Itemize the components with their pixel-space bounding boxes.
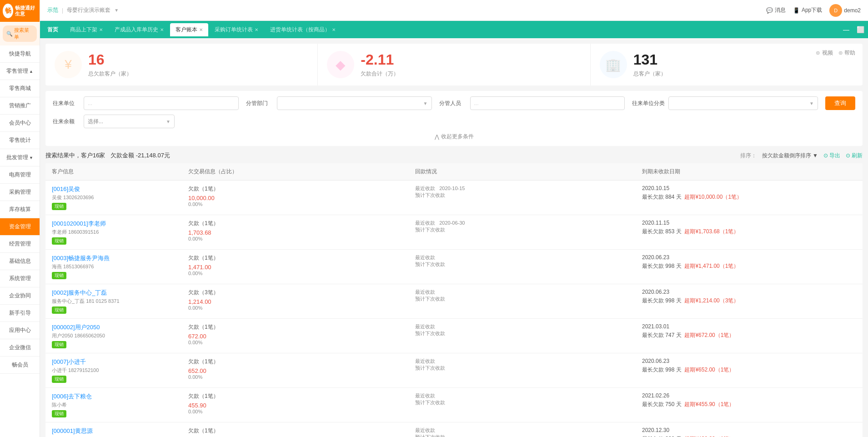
tab-production-history-close[interactable]: ✕ — [160, 27, 164, 32]
sidebar-item-inventory[interactable]: 库存核算 — [0, 201, 40, 218]
customer-name-1[interactable]: [0001020001]李老师 — [52, 220, 176, 228]
customer-name-3[interactable]: [0002]服务中心_丁磊 — [52, 289, 176, 297]
overdue-amount-2[interactable]: 超期¥1,471.00（1笔） — [684, 263, 739, 269]
stat-card-total-customers: 🏢 131 总客户（家） ⊙ 视频 ⊙ 帮助 — [591, 44, 863, 85]
filter-select-balance[interactable]: 选择... ▼ — [84, 115, 175, 128]
category-dropdown-icon: ▼ — [809, 101, 814, 106]
tab-minimize-btn[interactable]: — — [841, 25, 851, 34]
filter-input-supplier[interactable]: ... — [84, 96, 239, 110]
sidebar-item-member-center[interactable]: 会员中心 — [0, 115, 40, 132]
filter-label-person: 分管人员 — [439, 100, 467, 107]
tab-home[interactable]: 首页 — [42, 23, 64, 36]
customer-name-7[interactable]: [000001]黄思源 — [52, 427, 176, 435]
search-button[interactable]: 查询 — [825, 96, 855, 110]
export-btn[interactable]: ⊙ 导出 — [823, 152, 840, 160]
sidebar-item-marketing[interactable]: 营销推广 — [0, 97, 40, 115]
cell-customer-4: [000002]用户2050 用户2050 18665062050 现销 — [45, 319, 182, 353]
debt-amount-6: 455.90 — [188, 402, 402, 409]
sort-value[interactable]: 按欠款金额倒序排序 ▼ — [762, 152, 818, 160]
overdue-amount-4[interactable]: 超期¥672.00（1笔） — [684, 332, 734, 338]
overdue-amount-1[interactable]: 超期¥1,703.68（1笔） — [684, 228, 739, 235]
balance-dropdown-icon: ▼ — [166, 119, 171, 124]
sidebar-item-retail-stats[interactable]: 零售统计 — [0, 132, 40, 149]
tab-import-stats-close[interactable]: ✕ — [332, 27, 336, 32]
cell-customer-5: [0007]小进千 小进千 18279152100 现销 — [45, 353, 182, 387]
overdue-amount-6[interactable]: 超期¥455.90（1笔） — [684, 401, 734, 407]
tab-customer-account-close[interactable]: ✕ — [199, 27, 203, 32]
cell-debt-2: 欠款（1笔） 1,471.00 0.00% — [182, 250, 409, 284]
customer-contact-6: 陈小希 — [52, 402, 176, 408]
customer-name-6[interactable]: [0006]去下粮仓 — [52, 392, 176, 401]
mobile-icon: 📱 — [793, 7, 800, 14]
sidebar-item-member-plus[interactable]: 畅会员 — [0, 357, 40, 374]
cell-recovery-0: 最近收款 2020-10-15 预计下次收款 — [409, 181, 636, 215]
stat-number-debtors: 16 — [88, 51, 132, 68]
cell-due-5: 2020.06.23 最长欠款 998 天 超期¥652.00（1笔） — [636, 353, 863, 387]
tab-products-off[interactable]: 商品上下架 ✕ — [65, 23, 108, 36]
sidebar-item-finance[interactable]: 资金管理 — [0, 218, 40, 236]
cell-recovery-4: 最近收款 预计下次收款 — [409, 319, 636, 353]
search-label: 搜索菜单 — [14, 27, 33, 40]
last-payment-label-6: 最近收款 — [415, 392, 629, 399]
avatar: D — [829, 4, 842, 17]
customer-tag-2: 现销 — [52, 272, 66, 279]
cell-recovery-6: 最近收款 预计下次收款 — [409, 388, 636, 422]
customer-contact-0: 吴俊 13026203696 — [52, 194, 176, 201]
filter-area: 往来单位 ... 分管部门 ▼ 分管人员 ... — [45, 91, 863, 146]
overdue-amount-5[interactable]: 超期¥652.00（1笔） — [684, 367, 734, 373]
tab-purchase-stats[interactable]: 采购订单统计表 ✕ — [209, 23, 264, 36]
overdue-amount-0[interactable]: 超期¥10,000.00（1笔） — [684, 194, 742, 200]
tab-customer-account[interactable]: 客户账本 ✕ — [170, 23, 208, 36]
app-download-btn[interactable]: 📱 App下载 — [793, 6, 822, 14]
video-btn[interactable]: ⊙ 视频 — [816, 49, 833, 57]
sidebar-item-ecommerce[interactable]: 电商管理 — [0, 166, 40, 184]
refresh-btn[interactable]: ⊙ 刷新 — [846, 152, 863, 160]
overdue-amount-3[interactable]: 超期¥1,214.00（3笔） — [684, 297, 739, 304]
cell-debt-7: 欠款（1笔） 429.00 0.00% — [182, 422, 409, 437]
sidebar-item-retail-mgmt[interactable]: 零售管理 ▲ — [0, 63, 40, 80]
sidebar-item-purchase-mgmt[interactable]: 采购管理 — [0, 184, 40, 201]
sidebar-item-wechat[interactable]: 企业微信 — [0, 339, 40, 357]
sidebar-item-retail-store[interactable]: 零售商城 — [0, 80, 40, 97]
tab-products-off-close[interactable]: ✕ — [99, 27, 103, 32]
search-icon: 🔍 — [6, 31, 13, 37]
help-btn[interactable]: ⊙ 帮助 — [838, 49, 855, 57]
overdue-days-3: 最长欠款 998 天 超期¥1,214.00（3笔） — [642, 297, 856, 305]
message-btn[interactable]: 💬 消息 — [766, 6, 786, 14]
dropdown-arrow[interactable]: ▼ — [114, 8, 119, 13]
tab-maximize-btn[interactable]: ⬜ — [855, 25, 866, 34]
sidebar-item-guide[interactable]: 新手引导 — [0, 305, 40, 322]
tab-production-history[interactable]: 产成品入库单历史 ✕ — [109, 23, 169, 36]
tab-import-stats[interactable]: 进货单统计表（按商品） ✕ — [265, 23, 341, 36]
filter-select-dept[interactable]: ▼ — [277, 96, 432, 110]
overdue-days-4: 最长欠款 747 天 超期¥672.00（1笔） — [642, 332, 856, 339]
next-payment-label-6: 预计下次收款 — [415, 399, 629, 406]
cell-customer-1: [0001020001]李老师 李老师 18600391516 现销 — [45, 215, 182, 249]
sidebar-item-app-center[interactable]: 应用中心 — [0, 322, 40, 339]
collapse-icon: ⋀ — [435, 134, 439, 140]
sidebar-item-operations[interactable]: 经营管理 — [0, 236, 40, 253]
sidebar-item-system[interactable]: 系统管理 — [0, 270, 40, 287]
customer-name-4[interactable]: [000002]用户2050 — [52, 323, 176, 332]
collapse-label: 收起更多条件 — [441, 133, 474, 141]
filter-input-person[interactable]: ... — [470, 96, 625, 110]
customer-name-2[interactable]: [0003]畅捷服务尹海燕 — [52, 254, 176, 262]
sidebar-item-basic-info[interactable]: 基础信息 — [0, 253, 40, 270]
filter-select-category[interactable]: ▼ — [668, 96, 818, 110]
dept-dropdown-icon: ▼ — [423, 101, 428, 106]
user-avatar-btn[interactable]: D demo2 — [829, 4, 861, 17]
customer-name-0[interactable]: [0016]吴俊 — [52, 185, 176, 193]
sidebar-item-enterprise[interactable]: 企业协同 — [0, 287, 40, 305]
sidebar-item-batch-mgmt[interactable]: 批发管理 ▼ — [0, 149, 40, 166]
filter-label-category: 往来单位分类 — [632, 100, 665, 107]
tab-purchase-stats-close[interactable]: ✕ — [255, 27, 258, 32]
stat-icon-total-customers: 🏢 — [600, 51, 627, 78]
collapse-btn[interactable]: ⋀ 收起更多条件 — [435, 133, 474, 141]
cell-debt-1: 欠款（1笔） 1,703.68 0.00% — [182, 215, 409, 249]
sidebar-item-quick-nav[interactable]: 快捷导航 — [0, 45, 40, 63]
cell-recovery-3: 最近收款 预计下次收款 — [409, 284, 636, 318]
stat-label-total-customers: 总客户（家） — [633, 70, 666, 78]
search-menu-box[interactable]: 🔍 搜索菜单 — [3, 25, 37, 42]
sidebar-search-area[interactable]: 🔍 搜索菜单 — [0, 22, 40, 45]
customer-name-5[interactable]: [0007]小进千 — [52, 358, 176, 366]
